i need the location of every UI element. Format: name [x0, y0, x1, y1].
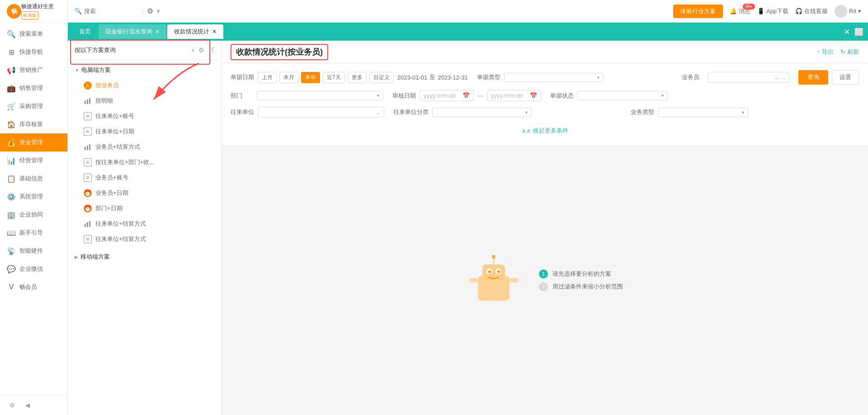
date-btn-custom[interactable]: 自定义 — [369, 72, 394, 83]
date-btn-this-year[interactable]: 本年 — [301, 72, 320, 83]
pc-scheme-group[interactable]: ▼ 电脑端方案 — [68, 62, 221, 78]
date-btn-last-month[interactable]: 上月 — [258, 72, 277, 83]
scheme-panel-header: 按以下方案查询 + ⚙ 《 — [68, 41, 221, 60]
filter-row-3: 往来单位 ... 往来单位分类 ▾ 业务类型 — [231, 107, 859, 118]
doc-type-filter: 单据类型 ▾ — [477, 73, 673, 82]
sidebar-item-finance[interactable]: 💰 资金管理 — [0, 133, 67, 151]
svg-point-14 — [497, 270, 500, 273]
scheme-item-unit-settlement2[interactable]: ⊞ 往来单位+结算方式 — [68, 231, 221, 247]
page-header: 收款情况统计(按业务员) ↑ 导出 ↻ 刷新 — [222, 41, 868, 63]
scheme-item-salesman-account[interactable]: ⊞ 业务员+账号 — [68, 170, 221, 185]
doc-type-dropdown[interactable]: ▾ — [504, 73, 604, 82]
collapse-more-btn[interactable]: ∧∧ 收起更多条件 — [231, 123, 859, 138]
scheme-salesman-icon: 人 — [84, 81, 92, 90]
review-date-start[interactable]: yyyy-mm-dd 📅 — [420, 90, 474, 101]
review-date-end[interactable]: yyyy-mm-dd 📅 — [487, 90, 541, 101]
filter-settings-btn[interactable]: 设置 — [832, 70, 859, 85]
refresh-btn[interactable]: ↻ 刷新 — [840, 48, 859, 56]
scheme-item-by-detail[interactable]: 按明细 — [68, 93, 221, 108]
online-service-btn[interactable]: 🎧 在线客服 — [795, 7, 828, 15]
counterpart-type-filter: 往来单位分类 ▾ — [393, 108, 622, 117]
tab-close-all-icon[interactable]: ✕ — [844, 28, 850, 36]
sidebar-item-quick-nav[interactable]: ⊞ 快捷导航 — [0, 43, 67, 61]
collapse-sidebar-icon[interactable]: ◀ — [22, 400, 33, 410]
refresh-icon: ↻ — [840, 48, 845, 55]
salesman-dropdown[interactable]: ... ... — [708, 72, 789, 83]
topbar-chevron-icon[interactable]: ▾ — [157, 8, 160, 14]
query-btn[interactable]: 查询 — [798, 70, 828, 85]
tab-bank-flow[interactable]: 现金银行流水查询 ✕ — [99, 24, 166, 39]
tab-maximize-icon[interactable]: ⬜ — [854, 28, 863, 36]
mobile-icon: 📱 — [757, 8, 764, 14]
doc-status-dropdown[interactable]: ▾ — [577, 91, 668, 100]
notification-btn[interactable]: 🔔 消息 99+ — [730, 7, 750, 15]
export-btn[interactable]: ↑ 导出 — [817, 48, 834, 56]
counterpart-type-dropdown[interactable]: ▾ — [432, 108, 532, 117]
collapse-panel-btn[interactable]: 《 — [208, 46, 214, 54]
svg-rect-3 — [85, 147, 86, 150]
headset-icon: 🎧 — [795, 8, 802, 14]
sidebar-item-enterprise[interactable]: 🏢 企业协同 — [0, 206, 67, 224]
mobile-group-arrow: ▶ — [75, 255, 78, 259]
user-chevron-icon: ▾ — [858, 8, 861, 14]
empty-step-1: 1 请先选择要分析的方案 — [539, 269, 623, 278]
mobile-scheme-group[interactable]: ▶ 移动端方案 — [75, 253, 214, 261]
counterpart-more-btn[interactable]: ... — [376, 109, 380, 115]
date-btn-7days[interactable]: 近7天 — [323, 72, 345, 83]
counterpart-type-arrow: ▾ — [525, 110, 528, 115]
sidebar-item-operation[interactable]: 📊 经营管理 — [0, 151, 67, 170]
marketing-icon: 📢 — [7, 66, 16, 75]
date-btn-more[interactable]: 更多 — [348, 72, 367, 83]
search-input[interactable] — [84, 8, 138, 14]
settings-footer-icon[interactable]: ⚙ — [7, 400, 18, 410]
app-download-btn[interactable]: 📱 App下载 — [757, 7, 788, 15]
date-selector: 上月 本月 本年 近7天 更多 自定义 — [258, 72, 394, 83]
sidebar-item-search[interactable]: 🔍 搜索菜单 — [0, 25, 67, 43]
scheme-detail-icon — [84, 97, 92, 105]
calendar-start-icon: 📅 — [462, 92, 470, 99]
sidebar-item-guide[interactable]: 📖 新手引导 — [0, 224, 67, 242]
topbar-gear-icon[interactable]: ⚙ — [147, 7, 153, 15]
sidebar-item-purchase[interactable]: 🛒 采购管理 — [0, 97, 67, 115]
scheme-item-dept-date[interactable]: ⏰ 部门+日期 — [68, 201, 221, 216]
sidebar-item-base-info[interactable]: 📋 基础信息 — [0, 170, 67, 188]
sidebar-item-marketing[interactable]: 📢 营销推广 — [0, 61, 67, 79]
wechat-icon: 💬 — [7, 264, 16, 274]
pc-group-arrow: ▼ — [75, 68, 79, 73]
sidebar-item-inventory[interactable]: 🏠 库存核算 — [0, 115, 67, 133]
scheme-unit-settlement1-icon — [84, 220, 92, 228]
scheme-item-by-salesman[interactable]: 人 按业务员 — [68, 78, 221, 93]
sidebar-item-hardware[interactable]: 📡 智能硬件 — [0, 242, 67, 260]
sidebar-item-vip[interactable]: V 畅会员 — [0, 278, 67, 296]
scheme-item-unit-date[interactable]: ⊞ 往来单位+日期 — [68, 124, 221, 139]
tab-bank-flow-close[interactable]: ✕ — [155, 28, 160, 35]
date-btn-this-month[interactable]: 本月 — [279, 72, 298, 83]
mobile-scheme-section: ▶ 移动端方案 — [68, 249, 221, 264]
sales-icon: 💼 — [7, 84, 16, 93]
salesman-filter: 业务员 ... ... — [682, 72, 789, 83]
dept-dropdown[interactable]: ▾ — [257, 91, 383, 100]
counterpart-dropdown[interactable]: ... — [258, 107, 384, 118]
scheme-item-unit-settlement1[interactable]: 往来单位+结算方式 — [68, 216, 221, 231]
scheme-settings-btn[interactable]: ⚙ — [198, 47, 204, 54]
tab-receipt-stats-close[interactable]: ✕ — [212, 28, 217, 35]
tab-receipt-stats[interactable]: 收款情况统计 ✕ — [167, 24, 223, 39]
scheme-item-salesman-settlement[interactable]: 业务员+结算方式 — [68, 139, 221, 155]
sidebar-item-wechat[interactable]: 💬 企业微信 — [0, 260, 67, 278]
scheme-item-unit-dept-receipt[interactable]: ⊞ 按往来单位+部门+收... — [68, 155, 221, 170]
tab-home[interactable]: 首页 — [72, 24, 98, 39]
scheme-item-unit-account[interactable]: ⊞ 往来单位+账号 — [68, 108, 221, 124]
biz-type-dropdown[interactable]: ▾ — [658, 108, 748, 117]
user-menu[interactable]: Rit ▾ — [835, 5, 861, 18]
salesman-more-btn[interactable]: ... — [775, 74, 779, 80]
filter-row-2: 部门 ▾ 审核日期 yyyy-mm-dd 📅 — — [231, 90, 859, 101]
trial-btn[interactable]: 体验行业方案 — [673, 5, 723, 18]
scheme-unit-account-icon: ⊞ — [84, 112, 92, 120]
system-icon: ⚙️ — [7, 192, 16, 201]
avatar — [835, 5, 847, 18]
add-scheme-btn[interactable]: + — [191, 47, 195, 54]
date-filter: 单据日期 上月 本月 本年 近7天 更多 自定义 2023-01-01 至 — [231, 72, 468, 83]
sidebar-item-system[interactable]: ⚙️ 系统管理 — [0, 188, 67, 206]
scheme-item-salesman-date[interactable]: ⏰ 业务员+日期 — [68, 185, 221, 201]
sidebar-item-sales[interactable]: 💼 销售管理 — [0, 79, 67, 97]
